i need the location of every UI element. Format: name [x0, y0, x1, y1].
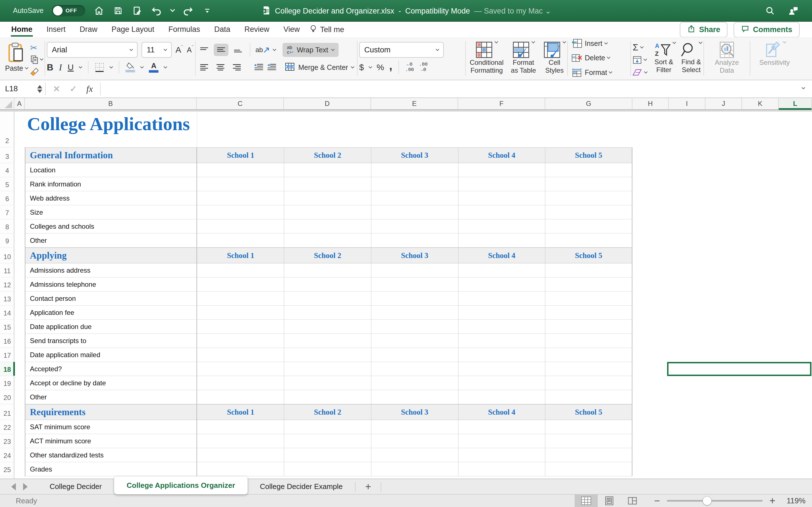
zoom-in-button[interactable]: +: [769, 496, 775, 506]
empty-cell[interactable]: [458, 277, 546, 291]
row-header-9[interactable]: 9: [0, 233, 14, 247]
row-header-4[interactable]: 4: [0, 163, 14, 177]
empty-cell[interactable]: [371, 420, 458, 434]
empty-cell[interactable]: [458, 291, 546, 305]
empty-cell[interactable]: [197, 376, 284, 390]
row-header-13[interactable]: 13: [0, 291, 14, 305]
row-label-cell[interactable]: Date application due: [26, 320, 197, 334]
paste-button[interactable]: Paste: [5, 41, 28, 80]
row-label-cell[interactable]: SAT minimum score: [26, 420, 197, 434]
tab-draw[interactable]: Draw: [74, 23, 103, 37]
empty-cell[interactable]: [284, 205, 371, 219]
redo-icon[interactable]: [183, 5, 193, 16]
empty-cell[interactable]: [458, 434, 546, 448]
school-header-1[interactable]: School 1: [197, 404, 284, 420]
empty-cell[interactable]: [284, 420, 371, 434]
empty-cell[interactable]: [458, 305, 546, 320]
school-header-3[interactable]: School 3: [371, 248, 458, 263]
empty-cell[interactable]: [284, 177, 371, 191]
column-header-G[interactable]: G: [545, 98, 632, 109]
copy-button[interactable]: [30, 54, 43, 65]
empty-cell[interactable]: [284, 448, 371, 462]
empty-cell[interactable]: [545, 177, 632, 191]
empty-cell[interactable]: [197, 177, 284, 191]
empty-cell[interactable]: [458, 219, 546, 233]
empty-cell[interactable]: [545, 305, 632, 320]
empty-cell[interactable]: [197, 163, 284, 177]
row-label-cell[interactable]: Rank information: [26, 177, 197, 191]
currency-menu-chevron-icon[interactable]: [368, 65, 372, 68]
empty-cell[interactable]: [458, 163, 546, 177]
underline-menu-chevron-icon[interactable]: [79, 65, 83, 68]
autosave-toggle[interactable]: OFF: [52, 5, 85, 16]
empty-cell[interactable]: [545, 334, 632, 348]
row-header-18[interactable]: 18: [0, 362, 14, 376]
empty-cell[interactable]: [371, 233, 458, 247]
row-header-11[interactable]: 11: [0, 263, 14, 277]
empty-cell[interactable]: [197, 219, 284, 233]
clear-button[interactable]: [633, 67, 647, 78]
empty-cell[interactable]: [545, 277, 632, 291]
school-header-2[interactable]: School 2: [284, 148, 371, 163]
empty-cell[interactable]: [284, 233, 371, 247]
row-header-10[interactable]: 10: [0, 247, 14, 263]
empty-cell[interactable]: [371, 205, 458, 219]
autosum-button[interactable]: Σ: [633, 42, 647, 53]
delete-cells-button[interactable]: Delete: [571, 52, 629, 64]
number-format-select[interactable]: Custom: [359, 42, 444, 58]
row-header-21[interactable]: 21: [0, 404, 14, 420]
conditional-formatting-chevron-icon[interactable]: [495, 40, 499, 43]
empty-cell[interactable]: [458, 390, 546, 404]
column-header-A[interactable]: A: [14, 98, 25, 109]
tab-formulas[interactable]: Formulas: [163, 23, 206, 37]
zoom-out-button[interactable]: −: [654, 496, 660, 506]
empty-cell[interactable]: [371, 320, 458, 334]
tab-insert[interactable]: Insert: [41, 23, 71, 37]
align-center-button[interactable]: [214, 61, 227, 73]
empty-cell[interactable]: [371, 348, 458, 362]
empty-cell[interactable]: [458, 334, 546, 348]
format-as-table-button[interactable]: Formatas Table: [511, 41, 536, 80]
sort-filter-button[interactable]: AZ Sort &Filter: [652, 41, 675, 80]
column-header-F[interactable]: F: [458, 98, 545, 109]
row-header-25[interactable]: 25: [0, 462, 14, 476]
sheet-tab-college-decider-example[interactable]: College Decider Example: [248, 479, 355, 494]
school-header-4[interactable]: School 4: [458, 148, 546, 163]
insert-cells-button[interactable]: Insert: [571, 38, 629, 49]
format-cells-button[interactable]: Format: [571, 67, 629, 78]
merge-center-menu-chevron-icon[interactable]: [351, 65, 355, 68]
borders-menu-chevron-icon[interactable]: [110, 65, 113, 68]
empty-cell[interactable]: [284, 291, 371, 305]
name-box[interactable]: L18: [0, 80, 45, 98]
empty-cell[interactable]: [545, 348, 632, 362]
row-label-cell[interactable]: Colleges and schools: [26, 219, 197, 233]
empty-cell[interactable]: [371, 219, 458, 233]
comments-button[interactable]: Comments: [733, 22, 800, 38]
bold-button[interactable]: B: [47, 62, 53, 73]
next-sheet-arrow-icon[interactable]: [23, 483, 28, 490]
row-label-cell[interactable]: Other: [26, 390, 197, 404]
sheet-tab-college-decider[interactable]: College Decider: [37, 479, 114, 494]
column-header-I[interactable]: I: [669, 98, 705, 109]
comma-format-button[interactable]: ,: [389, 59, 392, 72]
increase-indent-button[interactable]: [267, 63, 277, 71]
cancel-icon[interactable]: ✕: [53, 84, 60, 94]
selected-cell-L18[interactable]: [667, 362, 811, 376]
row-label-cell[interactable]: Size: [26, 205, 197, 219]
row-header-15[interactable]: 15: [0, 320, 14, 334]
row-header-14[interactable]: 14: [0, 305, 14, 320]
empty-cell[interactable]: [284, 263, 371, 277]
empty-cell[interactable]: [458, 348, 546, 362]
percent-format-button[interactable]: %: [377, 62, 384, 72]
clear-menu-chevron-icon[interactable]: [644, 70, 648, 73]
row-label-cell[interactable]: Date application mailed: [26, 348, 197, 362]
empty-cell[interactable]: [545, 191, 632, 205]
empty-cell[interactable]: [458, 320, 546, 334]
school-header-4[interactable]: School 4: [458, 404, 546, 420]
empty-cell[interactable]: [371, 163, 458, 177]
empty-cell[interactable]: [545, 219, 632, 233]
school-header-2[interactable]: School 2: [284, 248, 371, 263]
align-right-button[interactable]: [230, 61, 244, 73]
align-middle-button[interactable]: [214, 44, 229, 56]
school-header-3[interactable]: School 3: [371, 404, 458, 420]
